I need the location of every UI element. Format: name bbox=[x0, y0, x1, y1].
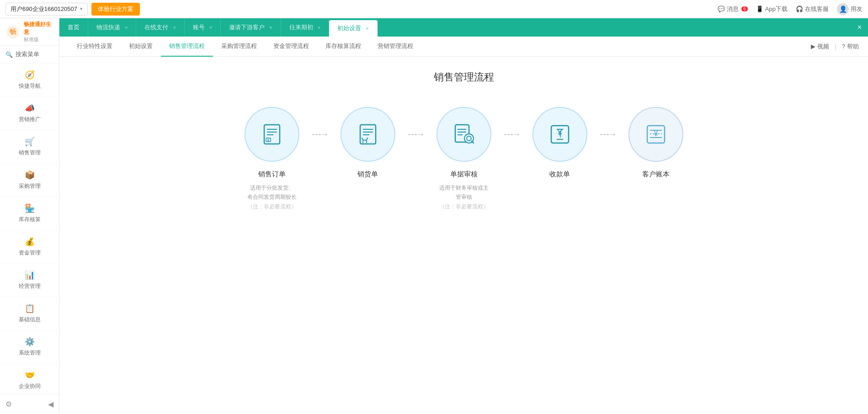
sub-tab-fund-flow[interactable]: 资金管理流程 bbox=[265, 37, 317, 57]
flow-step-receipt: ¥ 收款单 bbox=[523, 107, 596, 183]
flow-step-title: 单据审核 bbox=[450, 170, 478, 179]
chevron-down-icon: ▾ bbox=[80, 6, 83, 12]
sub-tab-marketing-flow[interactable]: 营销管理流程 bbox=[369, 37, 421, 57]
sales-order-icon bbox=[260, 122, 284, 147]
basic-info-icon: 📋 bbox=[25, 303, 35, 313]
tab-initial-setup-label: 初始设置 bbox=[337, 24, 361, 32]
video-link[interactable]: ▶ 视频 bbox=[811, 42, 829, 51]
user-selector[interactable]: 用户690企业1660120507 ▾ bbox=[5, 3, 88, 16]
sidebar-item-basic-info[interactable]: 📋 基础信息 bbox=[0, 297, 59, 330]
sub-tab-fund-flow-label: 资金管理流程 bbox=[273, 42, 309, 50]
logo-line1: 畅捷通好生意 bbox=[24, 21, 53, 36]
top-bar: 用户690企业1660120507 ▾ 体验行业方案 💬 消息 6 📱 App下… bbox=[0, 0, 868, 18]
flow-circle-customer-ledger[interactable]: ¥ bbox=[628, 107, 683, 162]
tab-logistics-close[interactable]: × bbox=[125, 25, 128, 30]
sub-tab-right: ▶ 视频 | ? 帮助 bbox=[811, 42, 859, 51]
sidebar-item-business-mgmt[interactable]: 📊 经营管理 bbox=[0, 264, 59, 297]
flow-step-sales-order: 销售订单 适用于分批发货、有合同发货周期较长（注：非必要流程） bbox=[235, 107, 309, 211]
tab-account-close[interactable]: × bbox=[209, 25, 212, 30]
sub-tab-purchase-flow[interactable]: 采购管理流程 bbox=[213, 37, 265, 57]
flow-arrow-3: - - -→ bbox=[501, 107, 523, 139]
tab-payment[interactable]: 在线支付 × bbox=[136, 18, 184, 37]
search-label: 搜索菜单 bbox=[16, 50, 39, 58]
online-service-item[interactable]: 🎧 在线客服 bbox=[796, 5, 829, 13]
flow-circle-doc-audit[interactable] bbox=[437, 107, 491, 162]
flow-circle-receipt[interactable]: ¥ bbox=[533, 107, 587, 162]
collapse-sidebar-icon[interactable]: ◀ bbox=[48, 400, 53, 409]
flow-circle-sales-invoice[interactable] bbox=[341, 107, 395, 162]
user-avatar-item[interactable]: 👤 用友 bbox=[837, 3, 863, 15]
tab-payment-close[interactable]: × bbox=[173, 25, 176, 30]
sub-tab-inventory-flow[interactable]: 库存核算流程 bbox=[317, 37, 369, 57]
purchase-mgmt-icon: 📦 bbox=[25, 170, 35, 180]
customer-ledger-icon: ¥ bbox=[644, 122, 668, 147]
message-icon: 💬 bbox=[718, 5, 725, 12]
sidebar-item-label: 库存核算 bbox=[19, 216, 41, 223]
sidebar-item-system-mgmt[interactable]: ⚙️ 系统管理 bbox=[0, 330, 59, 364]
tab-invite-downstream-close[interactable]: × bbox=[269, 25, 272, 30]
help-link[interactable]: ? 帮助 bbox=[842, 42, 859, 51]
sidebar-item-quick-nav[interactable]: 🧭 快捷导航 bbox=[0, 64, 59, 97]
experience-btn[interactable]: 体验行业方案 bbox=[91, 3, 140, 16]
tab-logistics[interactable]: 物流快递 × bbox=[88, 18, 136, 37]
sidebar-item-enterprise-collab[interactable]: 🤝 企业协同 bbox=[0, 364, 59, 394]
tab-past-period[interactable]: 往来期初 × bbox=[281, 18, 329, 37]
tab-account-label: 账号 bbox=[193, 23, 205, 32]
sidebar-item-label: 基础信息 bbox=[19, 316, 41, 324]
message-badge: 6 bbox=[741, 6, 748, 11]
tab-past-period-close[interactable]: × bbox=[318, 25, 320, 30]
sub-tab-inventory-flow-label: 库存核算流程 bbox=[325, 42, 361, 50]
flow-step-sales-invoice: 销货单 bbox=[331, 107, 405, 183]
sidebar-item-purchase-mgmt[interactable]: 📦 采购管理 bbox=[0, 164, 59, 197]
app-download-label: App下载 bbox=[765, 5, 788, 13]
tab-account[interactable]: 账号 × bbox=[185, 18, 221, 37]
page-title: 销售管理流程 bbox=[78, 70, 850, 84]
avatar: 👤 bbox=[837, 3, 849, 15]
settings-icon[interactable]: ⚙ bbox=[5, 400, 12, 409]
sidebar-items: 🧭 快捷导航 📣 营销推广 🛒 销售管理 📦 采购管理 🏪 库存核算 💰 bbox=[0, 64, 59, 394]
arrow-dots-icon: - - -→ bbox=[312, 130, 328, 139]
logo-line2: 标准版 bbox=[24, 36, 53, 43]
sub-tab-sales-flow-label: 销售管理流程 bbox=[169, 42, 205, 50]
marketing-promo-icon: 📣 bbox=[25, 103, 35, 113]
logo-icon: 畅 bbox=[5, 24, 20, 40]
arrow-dots-icon: - - -→ bbox=[504, 130, 520, 139]
divider: | bbox=[835, 43, 836, 50]
flow-step-title: 销售订单 bbox=[258, 170, 286, 179]
sidebar-footer: ⚙ ◀ bbox=[0, 394, 59, 414]
help-icon: ? bbox=[842, 43, 845, 50]
username-label: 用友 bbox=[851, 5, 863, 13]
sub-tab-industry-settings[interactable]: 行业特性设置 bbox=[69, 37, 121, 57]
sidebar-item-fund-mgmt[interactable]: 💰 资金管理 bbox=[0, 230, 59, 264]
sidebar-search[interactable]: 🔍 搜索菜单 bbox=[0, 46, 59, 64]
inventory-icon: 🏪 bbox=[25, 203, 35, 213]
video-label: 视频 bbox=[817, 42, 829, 51]
app-download-item[interactable]: 📱 App下载 bbox=[756, 5, 788, 13]
sub-tab-initial-setup[interactable]: 初始设置 bbox=[121, 37, 161, 57]
sidebar-item-sales-mgmt[interactable]: 🛒 销售管理 bbox=[0, 130, 59, 164]
sidebar-item-inventory[interactable]: 🏪 库存核算 bbox=[0, 197, 59, 230]
flow-diagram: 销售订单 适用于分批发货、有合同发货周期较长（注：非必要流程） - - -→ bbox=[78, 107, 850, 211]
tab-initial-setup-close[interactable]: × bbox=[366, 26, 368, 31]
sub-tab-purchase-flow-label: 采购管理流程 bbox=[221, 42, 257, 50]
tab-payment-label: 在线支付 bbox=[144, 23, 168, 32]
flow-step-customer-ledger: ¥ 客户账本 bbox=[619, 107, 692, 183]
tab-close-all[interactable]: × bbox=[851, 23, 868, 32]
tab-nav: 首页 物流快递 × 在线支付 × 账号 × 邀请下游客户 × 往来期初 × bbox=[59, 18, 868, 37]
tab-initial-setup[interactable]: 初始设置 × bbox=[329, 20, 377, 37]
sidebar-item-label: 快捷导航 bbox=[19, 82, 41, 90]
tab-invite-downstream-label: 邀请下游客户 bbox=[229, 23, 265, 32]
main-layout: 畅 畅捷通好生意 标准版 🔍 搜索菜单 🧭 快捷导航 📣 营销推广 🛒 销售管理 bbox=[0, 18, 868, 414]
flow-step-doc-audit: 单据审核 适用于财务审核或主管审核（注：非必要流程） bbox=[427, 107, 501, 211]
sidebar-item-label: 系统管理 bbox=[19, 349, 41, 357]
content-area: 首页 物流快递 × 在线支付 × 账号 × 邀请下游客户 × 往来期初 × bbox=[59, 18, 868, 414]
tab-home[interactable]: 首页 bbox=[59, 18, 88, 37]
flow-arrow-2: - - -→ bbox=[405, 107, 427, 139]
arrow-dots-icon: - - -→ bbox=[600, 130, 616, 139]
sub-tab-sales-flow[interactable]: 销售管理流程 bbox=[161, 37, 213, 57]
sidebar-item-marketing-promo[interactable]: 📣 营销推广 bbox=[0, 97, 59, 130]
flow-circle-sales-order[interactable] bbox=[245, 107, 299, 162]
video-icon: ▶ bbox=[811, 43, 815, 50]
tab-invite-downstream[interactable]: 邀请下游客户 × bbox=[221, 18, 281, 37]
message-item[interactable]: 💬 消息 6 bbox=[718, 5, 748, 13]
